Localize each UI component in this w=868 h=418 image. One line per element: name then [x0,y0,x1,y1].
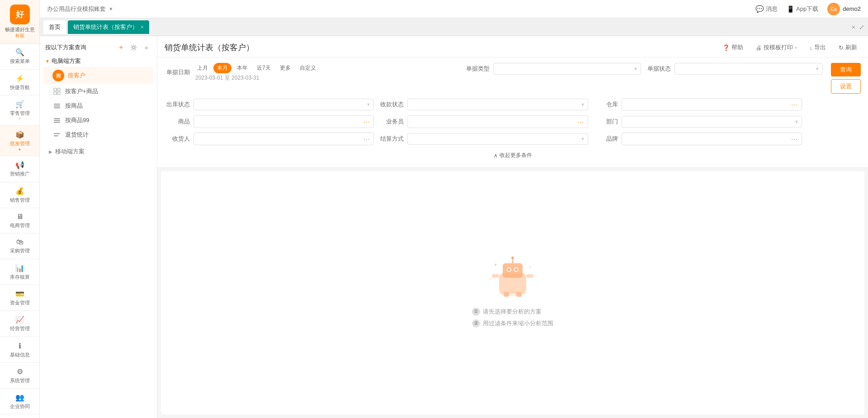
svg-rect-11 [54,133,60,134]
tab-home[interactable]: 首页 [43,20,66,34]
svg-rect-2 [57,88,60,91]
return-stats-icon [52,130,61,139]
department-select[interactable]: ▾ [622,116,802,128]
print-button[interactable]: 🖨 按模板打印 ▾ [752,42,801,53]
marketing-icon: 📢 [15,161,24,169]
empty-tips: ① 请先选择要分析的方案 ② 用过滤条件来缩小分析范围 [472,308,553,331]
sidebar-item-system[interactable]: ⚙ 系统管理 [0,363,39,389]
sidebar-item-sales[interactable]: 💰 销售管理 [0,182,39,208]
message-button[interactable]: 💬 消息 [755,5,778,13]
topbar: 办公用品行业模拟账套 ▾ 💬 消息 📱 App下载 Ea demo2 [40,0,868,18]
brand-select[interactable]: ··· [622,133,802,145]
outbound-arrow: ▾ [367,101,370,108]
wholesale-icon: 📦 [15,130,24,139]
left-panel-header: 按以下方案查询 + « [40,40,157,55]
salesperson-select[interactable]: ··· [407,115,588,128]
svg-rect-3 [54,92,57,95]
date-tab-this-month[interactable]: 本月 [213,63,231,73]
filter-area: 单据日期 上月 本月 本年 近7天 更多 自定义 2023-03-01 至 20… [157,57,868,168]
page-actions: ❓ 帮助 🖨 按模板打印 ▾ ↓ 导出 ↻ 刷新 [719,42,861,53]
sidebar-item-shortcut[interactable]: ⚡ 快捷导航 [0,70,39,95]
user-profile[interactable]: Ea demo2 [827,3,861,15]
sidebar-item-operations[interactable]: 📈 经营管理 [0,311,39,337]
export-button[interactable]: ↓ 导出 [806,42,830,53]
date-tab-custom[interactable]: 自定义 [296,63,320,73]
settings-button[interactable]: 设置 [831,79,861,94]
goods-icon [52,101,61,110]
goods-select[interactable]: ··· [193,115,374,128]
outbound-select[interactable]: ▾ [193,99,374,110]
add-scheme-button[interactable]: + [116,43,126,52]
order-status-select[interactable]: ▾ [675,63,823,75]
goods-dots: ··· [363,118,370,125]
app-logo[interactable]: 好 畅捷通好生意 标版 [0,0,39,43]
collapse-panel-button[interactable]: « [142,43,151,52]
query-button[interactable]: 查询 [831,63,861,76]
receipt-select[interactable]: ▾ [407,99,588,110]
sidebar-item-wholesale[interactable]: 📦 批发管理 ▴ [0,126,39,156]
svg-rect-6 [54,105,60,107]
customer-goods-icon [52,87,61,96]
sidebar-item-retail[interactable]: 🛒 零售管理 ▾ [0,95,39,126]
date-tab-7days[interactable]: 近7天 [253,63,274,73]
warehouse-select[interactable]: ··· [622,98,802,111]
dropdown-arrow[interactable]: ▾ [109,5,113,12]
sidebar-item-enterprise[interactable]: 👥 企业协同 [0,389,39,414]
svg-rect-8 [54,118,60,119]
empty-state: ✦ ✦ ✦ ① 请先选择要分析的方案 ② 用过滤条件来缩小分析范围 [161,171,864,414]
message-icon: 💬 [755,5,764,13]
sidebar-item-inventory[interactable]: 📊 库存核算 [0,259,39,285]
svg-point-21 [511,256,514,259]
main-container: 办公用品行业模拟账套 ▾ 💬 消息 📱 App下载 Ea demo2 首页 [40,0,868,418]
home-tab-label: 首页 [49,23,61,31]
app-download-button[interactable]: 📱 App下载 [787,5,818,13]
tab-maximize-icon[interactable]: ⤢ [859,24,864,31]
sidebar-item-ecommerce[interactable]: 🖥 电商管理 [0,208,39,233]
tab-sales-stats[interactable]: 销货单统计表（按客户） × [68,20,149,34]
action-buttons: 查询 设置 [831,63,861,94]
tab-minimize-icon[interactable]: × [852,24,855,31]
scheme-by-goods99[interactable]: 按商品99 [43,113,153,128]
scheme-return-stats[interactable]: 退货统计 [43,128,153,142]
sales-icon: 💰 [15,187,24,195]
svg-rect-5 [54,104,60,105]
scheme-by-customer[interactable]: 按 按客户 [43,67,153,84]
collapse-bar[interactable]: ∧ 收起更多条件 [165,149,861,162]
logo-icon: 好 [10,5,30,24]
active-tab-label: 销货单统计表（按客户） [73,23,138,31]
pc-group-title[interactable]: ▼ 电脑端方案 [43,55,153,67]
mobile-group-title[interactable]: ▶ 移动端方案 [43,146,153,157]
date-tab-this-year[interactable]: 本年 [233,63,251,73]
ecommerce-icon: 🖥 [16,213,24,221]
brand-dots: ··· [791,135,798,142]
scheme-by-customer-goods[interactable]: 按客户+商品 [43,84,153,99]
settings-icon [131,44,137,51]
sidebar-item-search[interactable]: 🔍 搜索菜单 [0,43,39,69]
order-type-select[interactable]: ▾ [493,63,642,75]
basic-icon: ℹ [19,342,21,350]
by-customer-icon: 按 [52,70,64,81]
sidebar-item-purchase[interactable]: 🛍 采购管理 [0,233,39,259]
left-panel-actions: + « [116,43,151,52]
scheme-by-goods[interactable]: 按商品 [43,99,153,113]
scheme-query-label: 按以下方案查询 [45,43,86,52]
date-tab-last-month[interactable]: 上月 [193,63,212,73]
sidebar-item-guide[interactable]: 🎯 新手引导 [0,414,39,418]
scheme-settings-button[interactable] [129,43,139,52]
svg-rect-23 [526,274,533,278]
order-status-label: 单据状态 [646,65,671,73]
sidebar-item-finance[interactable]: 💳 资金管理 [0,285,39,311]
order-type-arrow: ▾ [634,66,637,72]
right-panel: 销货单统计表（按客户） ❓ 帮助 🖨 按模板打印 ▾ ↓ 导出 [157,36,868,418]
content-area: 按以下方案查询 + « ▼ 电脑端方案 [40,36,868,418]
department-label: 部门 [593,118,618,126]
sidebar-item-marketing[interactable]: 📢 营销推广 [0,156,39,182]
receiver-select[interactable]: ··· [193,133,374,145]
refresh-button[interactable]: ↻ 刷新 [835,42,861,53]
receipt-label: 收款状态 [378,100,404,109]
tab-close-icon[interactable]: × [141,24,144,30]
settlement-select[interactable]: ▾ [407,133,588,145]
date-tab-more[interactable]: 更多 [276,63,294,73]
help-button[interactable]: ❓ 帮助 [719,42,747,53]
sidebar-item-basic[interactable]: ℹ 基础信息 [0,337,39,363]
